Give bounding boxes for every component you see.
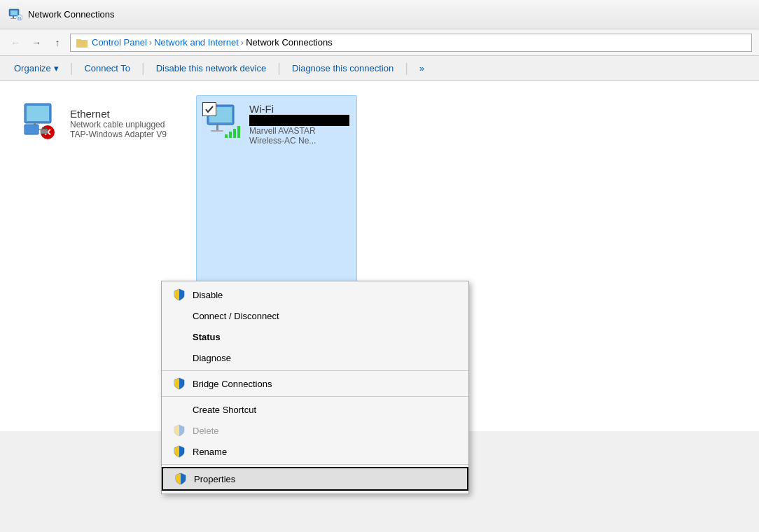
diagnose-button[interactable]: Diagnose this connection bbox=[285, 60, 401, 76]
toolbar: Organize ▾ | Connect To | Disable this n… bbox=[0, 56, 759, 81]
more-button[interactable]: » bbox=[412, 60, 431, 76]
svg-rect-15 bbox=[41, 129, 48, 134]
path-control-panel[interactable]: Control Panel bbox=[92, 37, 147, 48]
ethernet-status: Network cable unplugged bbox=[70, 120, 167, 130]
svg-rect-3 bbox=[11, 18, 16, 19]
path-current: Network Connections bbox=[246, 37, 333, 48]
svg-rect-1 bbox=[11, 10, 18, 15]
wifi-checkbox[interactable] bbox=[202, 102, 216, 116]
menu-item-disable[interactable]: Disable bbox=[162, 284, 468, 305]
organize-button[interactable]: Organize ▾ bbox=[7, 60, 66, 76]
wifi-icon-wrapper bbox=[204, 104, 242, 146]
menu-label-disable: Disable bbox=[193, 290, 223, 300]
wifi-status: ████████████ bbox=[249, 115, 349, 126]
app-icon: N bbox=[8, 8, 22, 22]
svg-rect-2 bbox=[13, 16, 14, 18]
svg-rect-17 bbox=[45, 127, 46, 130]
up-button[interactable]: ↑ bbox=[49, 34, 66, 51]
shield-icon-bridge bbox=[173, 377, 186, 390]
svg-text:N: N bbox=[18, 16, 21, 20]
svg-rect-25 bbox=[237, 126, 240, 138]
shield-icon-rename bbox=[173, 445, 186, 458]
disable-network-button[interactable]: Disable this network device bbox=[149, 60, 274, 76]
shield-icon-disable bbox=[173, 288, 186, 301]
svg-rect-7 bbox=[76, 39, 81, 41]
svg-rect-16 bbox=[42, 127, 43, 130]
address-path: Control Panel › Network and Internet › N… bbox=[70, 34, 752, 52]
forward-button[interactable]: → bbox=[28, 34, 45, 51]
shield-icon-properties bbox=[174, 472, 187, 485]
menu-label-diagnose: Diagnose bbox=[193, 353, 231, 363]
separator-2 bbox=[162, 396, 468, 397]
svg-rect-23 bbox=[229, 132, 232, 138]
wifi-adapter: Marvell AVASTAR Wireless-AC Ne... bbox=[249, 126, 349, 146]
wifi-name: Wi-Fi bbox=[249, 103, 349, 115]
menu-item-bridge[interactable]: Bridge Connections bbox=[162, 373, 468, 394]
separator-1 bbox=[162, 370, 468, 371]
menu-item-create-shortcut[interactable]: Create Shortcut bbox=[162, 399, 468, 420]
ethernet-name: Ethernet bbox=[70, 108, 167, 120]
menu-label-delete: Delete bbox=[193, 426, 219, 436]
title-bar-text: Network Connections bbox=[28, 9, 115, 20]
svg-rect-21 bbox=[211, 130, 223, 132]
svg-rect-12 bbox=[25, 125, 39, 134]
ethernet-card[interactable]: ✕ Ethernet Network cable unplugged TAP-W… bbox=[14, 95, 175, 417]
separator-3 bbox=[162, 464, 468, 465]
path-network-internet[interactable]: Network and Internet bbox=[154, 37, 239, 48]
ethernet-computer-icon: ✕ bbox=[21, 102, 60, 141]
menu-item-properties[interactable]: Properties bbox=[162, 467, 468, 491]
svg-rect-9 bbox=[27, 106, 49, 121]
menu-item-delete: Delete bbox=[162, 420, 468, 441]
folder-icon bbox=[76, 37, 88, 48]
menu-label-connect-disconnect: Connect / Disconnect bbox=[193, 311, 279, 321]
ethernet-adapter: TAP-Windows Adapter V9 bbox=[70, 130, 167, 139]
menu-item-diagnose[interactable]: Diagnose bbox=[162, 347, 468, 368]
main-content: ✕ Ethernet Network cable unplugged TAP-W… bbox=[0, 81, 759, 431]
context-menu: Disable Connect / Disconnect Status Diag… bbox=[161, 281, 469, 494]
menu-label-properties: Properties bbox=[194, 474, 235, 484]
svg-rect-24 bbox=[233, 129, 236, 138]
connect-to-button[interactable]: Connect To bbox=[77, 60, 137, 76]
menu-label-rename: Rename bbox=[193, 447, 227, 457]
svg-rect-22 bbox=[225, 134, 228, 138]
back-button[interactable]: ← bbox=[7, 34, 24, 51]
menu-item-connect-disconnect[interactable]: Connect / Disconnect bbox=[162, 305, 468, 326]
svg-rect-20 bbox=[216, 125, 218, 130]
shield-icon-delete bbox=[173, 424, 186, 437]
spacer-status bbox=[173, 330, 186, 343]
spacer-connect bbox=[173, 309, 186, 322]
address-bar: ← → ↑ Control Panel › Network and Intern… bbox=[0, 29, 759, 56]
spacer-diagnose bbox=[173, 351, 186, 364]
ethernet-icon-wrapper: ✕ bbox=[21, 102, 63, 144]
spacer-shortcut bbox=[173, 403, 186, 416]
menu-label-create-shortcut: Create Shortcut bbox=[193, 405, 256, 415]
menu-label-bridge: Bridge Connections bbox=[193, 379, 272, 389]
title-bar: N Network Connections bbox=[0, 0, 759, 29]
menu-item-status[interactable]: Status bbox=[162, 326, 468, 347]
menu-item-rename[interactable]: Rename bbox=[162, 441, 468, 462]
menu-label-status: Status bbox=[193, 332, 221, 342]
